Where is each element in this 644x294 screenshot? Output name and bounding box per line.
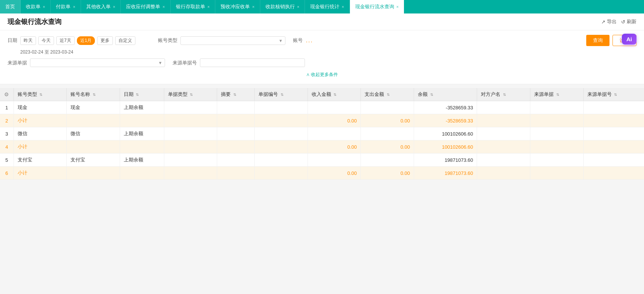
date-options: 昨天 今天 近7天 近1月 更多 自定义 bbox=[20, 36, 135, 45]
cell-counterpart bbox=[477, 167, 530, 180]
cell-income bbox=[308, 154, 361, 167]
date-more[interactable]: 更多 bbox=[97, 36, 113, 45]
table-header-row: ⚙ 账号类型 ⇅ 账号名称 ⇅ 日期 ⇅ 单据类型 ⇅ 摘要 ⇅ 单据编号 ⇅ … bbox=[0, 88, 644, 101]
filter-row-1: 日期 昨天 今天 近7天 近1月 更多 自定义 账号类型 ▾ 账号 ... bbox=[8, 35, 636, 46]
cell-counterpart bbox=[477, 127, 530, 140]
nav-item-cashflow[interactable]: 现金银行流水查询 × bbox=[350, 0, 404, 13]
table-row: 4小计0.000.00100102606.60 bbox=[0, 140, 644, 154]
date-1month[interactable]: 近1月 bbox=[77, 36, 95, 45]
header-actions: ↗ 导出 ↺ 刷新 bbox=[601, 18, 636, 25]
nav-item-home[interactable]: 首页 bbox=[0, 0, 21, 13]
row-num: 5 bbox=[0, 154, 14, 167]
row-num: 1 bbox=[0, 101, 14, 114]
ai-button[interactable]: Ai bbox=[622, 34, 636, 45]
cell-doc-type bbox=[164, 140, 217, 154]
nav-item-stats[interactable]: 现金银行统计 × bbox=[305, 0, 350, 13]
sort-icon: ⇅ bbox=[93, 93, 96, 97]
cell-account-type: 支付宝 bbox=[14, 154, 67, 167]
close-icon[interactable]: × bbox=[342, 4, 344, 9]
account-ellipsis[interactable]: ... bbox=[306, 37, 313, 44]
cell-doc-type bbox=[164, 127, 217, 140]
cell-doc-type bbox=[164, 154, 217, 167]
th-date[interactable]: 日期 ⇅ bbox=[120, 88, 164, 101]
cell-balance: -3528659.33 bbox=[414, 114, 477, 127]
cell-balance: 100102606.60 bbox=[414, 140, 477, 154]
source-doc-no-label: 来源单据号 bbox=[173, 60, 197, 66]
table-row: 6小计0.000.0019871073.60 bbox=[0, 167, 644, 180]
th-account-type[interactable]: 账号类型 ⇅ bbox=[14, 88, 67, 101]
filter-area: 日期 昨天 今天 近7天 近1月 更多 自定义 账号类型 ▾ 账号 ... bbox=[0, 30, 644, 84]
nav-item-receipt[interactable]: 收款单 × bbox=[21, 0, 51, 13]
account-label: 账号 bbox=[293, 37, 303, 44]
date-7days[interactable]: 近7天 bbox=[56, 36, 75, 45]
sort-icon: ⇅ bbox=[430, 93, 433, 97]
sort-icon: ⇅ bbox=[39, 93, 42, 97]
date-range-display: 2023-02-24 至 2023-03-24 bbox=[20, 49, 73, 55]
page-header: 现金银行流水查询 ↗ 导出 ↺ 刷新 bbox=[0, 13, 644, 30]
source-doc-no-input[interactable] bbox=[200, 58, 305, 67]
query-button[interactable]: 查询 bbox=[586, 35, 609, 46]
date-filter-group: 日期 昨天 今天 近7天 近1月 更多 自定义 bbox=[8, 36, 135, 45]
account-type-label: 账号类型 bbox=[158, 37, 177, 44]
export-button[interactable]: ↗ 导出 bbox=[601, 18, 617, 25]
nav-item-collection[interactable]: 收款核销执行 × bbox=[260, 0, 305, 13]
th-source-doc-no[interactable]: 来源单据号 ⇅ bbox=[583, 88, 644, 101]
close-icon[interactable]: × bbox=[73, 4, 75, 9]
cell-source-doc bbox=[530, 101, 583, 114]
row-num: 6 bbox=[0, 167, 14, 180]
date-today[interactable]: 今天 bbox=[38, 36, 54, 45]
cell-account-name bbox=[67, 167, 120, 180]
page-title: 现金银行流水查询 bbox=[8, 17, 62, 26]
cell-date bbox=[120, 140, 164, 154]
th-summary[interactable]: 摘要 ⇅ bbox=[217, 88, 255, 101]
cell-summary bbox=[217, 101, 255, 114]
close-icon[interactable]: × bbox=[252, 4, 254, 9]
collapse-bar[interactable]: ∧ 收起更多条件 bbox=[8, 70, 636, 81]
cell-expense: 0.00 bbox=[361, 167, 414, 180]
cell-summary bbox=[217, 140, 255, 154]
th-counterpart[interactable]: 对方户名 ⇅ bbox=[477, 88, 530, 101]
th-balance[interactable]: 余额 ⇅ bbox=[414, 88, 477, 101]
cell-doc-no bbox=[255, 140, 308, 154]
th-doc-type[interactable]: 单据类型 ⇅ bbox=[164, 88, 217, 101]
account-type-select[interactable]: ▾ bbox=[180, 36, 285, 45]
cell-doc-type bbox=[164, 114, 217, 127]
cell-expense bbox=[361, 154, 414, 167]
date-custom[interactable]: 自定义 bbox=[115, 36, 135, 45]
nav-item-adjustment[interactable]: 应收应付调整单 × bbox=[121, 0, 170, 13]
cell-date bbox=[120, 167, 164, 180]
nav-item-bank-deposit[interactable]: 银行存取款单 × bbox=[171, 0, 215, 13]
cell-balance: -3528659.33 bbox=[414, 101, 477, 114]
sort-icon: ⇅ bbox=[233, 93, 236, 97]
close-icon[interactable]: × bbox=[297, 4, 299, 9]
th-source-doc[interactable]: 来源单据 ⇅ bbox=[530, 88, 583, 101]
cell-date bbox=[120, 114, 164, 127]
cell-doc-type bbox=[164, 101, 217, 114]
th-income[interactable]: 收入金额 ⇅ bbox=[308, 88, 361, 101]
close-icon[interactable]: × bbox=[396, 4, 399, 9]
close-icon[interactable]: × bbox=[207, 4, 210, 9]
cell-expense bbox=[361, 101, 414, 114]
nav-item-other-income[interactable]: 其他收入单 × bbox=[81, 0, 121, 13]
nav-item-payment[interactable]: 付款单 × bbox=[51, 0, 81, 13]
date-yesterday[interactable]: 昨天 bbox=[20, 36, 36, 45]
gear-icon[interactable]: ⚙ bbox=[4, 91, 9, 97]
refresh-icon: ↺ bbox=[621, 19, 625, 25]
cell-account-name: 现金 bbox=[67, 101, 120, 114]
th-doc-no[interactable]: 单据编号 ⇅ bbox=[255, 88, 308, 101]
cell-balance: 19871073.60 bbox=[414, 154, 477, 167]
nav-item-prepay[interactable]: 预收冲应收单 × bbox=[215, 0, 260, 13]
th-account-name[interactable]: 账号名称 ⇅ bbox=[67, 88, 120, 101]
refresh-button[interactable]: ↺ 刷新 bbox=[621, 18, 636, 25]
source-doc-select[interactable]: ▾ bbox=[30, 58, 165, 67]
cell-income: 0.00 bbox=[308, 114, 361, 127]
cell-source-doc bbox=[530, 140, 583, 154]
close-icon[interactable]: × bbox=[162, 4, 165, 9]
close-icon[interactable]: × bbox=[43, 4, 45, 9]
close-icon[interactable]: × bbox=[113, 4, 115, 9]
filter-row-2: 来源单据 ▾ 来源单据号 bbox=[8, 58, 636, 67]
cell-source-doc-no bbox=[583, 167, 644, 180]
cell-summary bbox=[217, 127, 255, 140]
cell-income bbox=[308, 127, 361, 140]
th-expense[interactable]: 支出金额 ⇅ bbox=[361, 88, 414, 101]
